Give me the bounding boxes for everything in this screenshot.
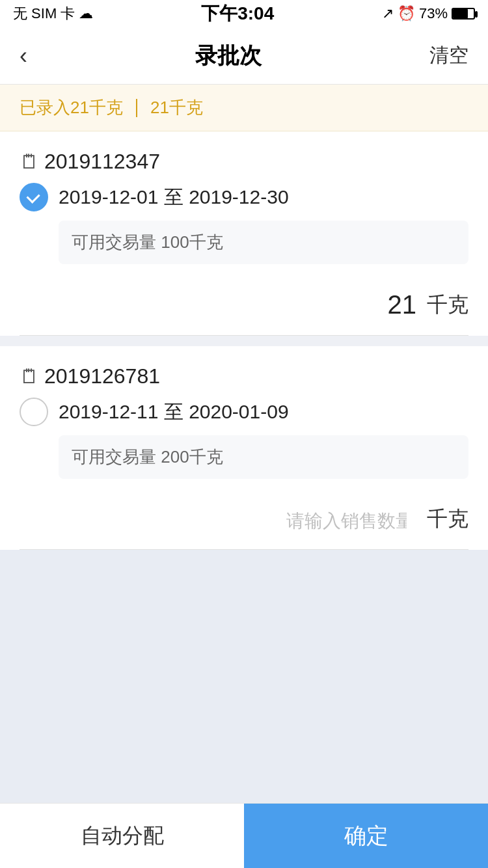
batch-1-section: 🗒 2019112347 2019-12-01 至 2019-12-30 可用交… [0, 131, 488, 336]
section-divider-1 [0, 336, 488, 346]
batch-1-unit: 千克 [427, 291, 468, 319]
batch-1-date-row[interactable]: 2019-12-01 至 2019-12-30 [20, 183, 468, 211]
batch-2-date: 2019-12-11 至 2020-01-09 [59, 399, 289, 426]
bottom-bar: 自动分配 确定 [0, 803, 488, 868]
confirm-button[interactable]: 确定 [244, 804, 488, 868]
status-time: 下午3:04 [201, 1, 274, 26]
status-left: 无 SIM 卡 ☁ [13, 4, 93, 23]
auto-distribute-button[interactable]: 自动分配 [0, 804, 244, 868]
batch-1-quantity-display: 21 [388, 290, 417, 319]
batch-2-icon: 🗒 [20, 366, 39, 388]
clear-button[interactable]: 清空 [429, 42, 468, 69]
recorded-amount: 已录入21千克 [20, 96, 123, 119]
batch-1-id-row: 🗒 2019112347 [20, 150, 468, 174]
battery-icon [452, 8, 475, 20]
batch-2-radio[interactable] [20, 398, 48, 426]
nav-bar: ‹ 录批次 清空 [0, 27, 488, 85]
batch-1-available: 可用交易量 100千克 [59, 221, 468, 264]
batch-2-input-row[interactable]: 千克 [0, 492, 488, 549]
batch-2-section: 🗒 2019126781 2019-12-11 至 2020-01-09 可用交… [0, 346, 488, 550]
batch-2-id-row: 🗒 2019126781 [20, 364, 468, 388]
page-title: 录批次 [195, 41, 262, 71]
batch-2-item: 🗒 2019126781 2019-12-11 至 2020-01-09 可用交… [0, 346, 488, 492]
total-amount: 21千克 [150, 96, 203, 119]
batch-2-unit: 千克 [427, 505, 468, 534]
batch-1-radio[interactable] [20, 183, 48, 211]
batch-2-available: 可用交易量 200千克 [59, 435, 468, 479]
status-right: ↗ ⏰ 73% [382, 5, 475, 22]
batch-1-item: 🗒 2019112347 2019-12-01 至 2019-12-30 可用交… [0, 131, 488, 277]
batch-1-id: 2019112347 [44, 150, 160, 174]
sim-label: 无 SIM 卡 ☁ [13, 4, 93, 23]
location-icon: ↗ [382, 5, 394, 22]
batch-2-id: 2019126781 [44, 364, 160, 388]
batch-1-input-row: 21 千克 [0, 277, 488, 335]
back-button[interactable]: ‹ [20, 42, 27, 70]
batch-2-date-row[interactable]: 2019-12-11 至 2020-01-09 [20, 398, 468, 426]
batch-1-icon: 🗒 [20, 151, 39, 173]
battery-label: 73% [419, 5, 448, 22]
status-bar: 无 SIM 卡 ☁ 下午3:04 ↗ ⏰ 73% [0, 0, 488, 27]
batch-1-date: 2019-12-01 至 2019-12-30 [59, 184, 289, 211]
content-wrapper: 🗒 2019112347 2019-12-01 至 2019-12-30 可用交… [0, 131, 488, 868]
info-divider [136, 99, 137, 117]
info-banner: 已录入21千克 21千克 [0, 85, 488, 131]
alarm-icon: ⏰ [398, 5, 415, 22]
batch-2-quantity-input[interactable] [286, 506, 416, 533]
